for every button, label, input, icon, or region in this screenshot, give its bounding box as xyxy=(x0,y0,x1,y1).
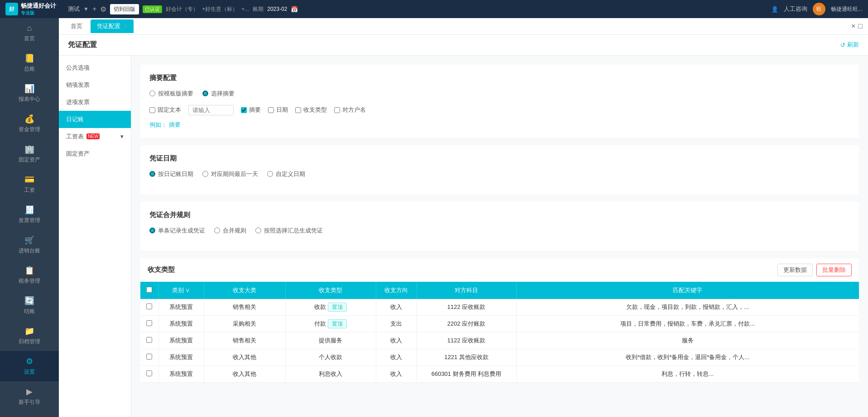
avatar[interactable]: 旺 xyxy=(813,3,825,15)
sidebar-item-member[interactable]: 👤 畅会员 xyxy=(0,412,59,417)
logo: 好 畅捷通好会计 专业版 xyxy=(5,2,64,16)
tab-home[interactable]: 首页 xyxy=(64,19,89,33)
tag2: +好生意（标） xyxy=(202,5,238,13)
row-keywords-1: 项目，日常费用，报销款，车费，承兑汇票，付款... xyxy=(516,315,859,332)
left-nav-salary-sheet[interactable]: 工资表 NEW ▾ xyxy=(59,128,131,145)
maximize-button[interactable]: □ xyxy=(858,22,863,30)
checkbox-counterpart[interactable]: 对方户名 xyxy=(334,106,366,114)
left-nav-public[interactable]: 公共选项 xyxy=(59,59,131,76)
row-keywords-3: 收到*借款，收到*备用金，退回*备用金，个人... xyxy=(516,349,859,365)
calendar-icon[interactable]: 📅 xyxy=(291,6,298,13)
row-check-0 xyxy=(140,299,158,316)
tag3: +... xyxy=(241,6,249,12)
main-layout: ⌂ 首页 📒 总账 📊 报表中心 💰 资金管理 🏢 固定资产 💳 工资 🧾 发票… xyxy=(0,18,868,417)
row-category-3: 系统预置 xyxy=(158,349,204,365)
switch-version-button[interactable]: 切到旧版 xyxy=(110,4,139,14)
radio-select-summary[interactable]: 选择摘要 xyxy=(202,90,235,98)
content-area: 首页 凭证配置 × × □ 凭证配置 ↺ 刷新 公共选项 xyxy=(59,18,868,417)
sidebar-item-asset[interactable]: 🏢 固定资产 xyxy=(0,139,59,169)
sidebar-item-ledger[interactable]: 📒 总账 xyxy=(0,48,59,78)
row-check-1 xyxy=(140,315,158,332)
summary-checkbox-group: 固定文本 摘要 日期 收支类型 xyxy=(149,105,850,115)
row-type-1: 付款 置顶 xyxy=(285,315,376,332)
main-panel: 摘要配置 按模板版摘要 选择摘要 xyxy=(131,56,868,417)
sidebar-item-label: 进销台账 xyxy=(19,247,40,255)
sidebar-item-tax[interactable]: 📋 税务管理 xyxy=(0,260,59,290)
left-nav-fixed-asset[interactable]: 固定资产 xyxy=(59,145,131,162)
th-keyword: 匹配关键字 xyxy=(516,282,859,299)
row-type-2: 提供服务 xyxy=(285,332,376,349)
consult-label[interactable]: 人工咨询 xyxy=(784,5,807,13)
th-direction: 收支方向 xyxy=(376,282,417,299)
tag-top-1[interactable]: 置顶 xyxy=(328,319,347,328)
row-subject-2: 1122 应收账款 xyxy=(417,332,516,349)
sidebar-item-settings[interactable]: ⚙ 设置 xyxy=(0,351,59,381)
update-data-button[interactable]: 更新数据 xyxy=(777,264,813,276)
radio-custom-date[interactable]: 自定义日期 xyxy=(267,170,305,178)
sidebar-item-home[interactable]: ⌂ 首页 xyxy=(0,18,59,48)
checkbox-date[interactable]: 日期 xyxy=(268,106,288,114)
left-nav-purchase-inv[interactable]: 进项发票 xyxy=(59,94,131,111)
fixed-text-input[interactable] xyxy=(188,105,234,115)
checkbox-fixed-text[interactable]: 固定文本 xyxy=(149,106,181,114)
user-name: 畅捷通旺旺... xyxy=(831,5,863,13)
th-bigtype: 收支大类 xyxy=(204,282,285,299)
radio-period-last[interactable]: 对应期间最后一天 xyxy=(202,170,258,178)
sidebar-item-archive[interactable]: 📁 归档管理 xyxy=(0,321,59,351)
sidebar-item-guide[interactable]: ▶ 新手引导 xyxy=(0,381,59,412)
radio-journal-date[interactable]: 按日记账日期 xyxy=(149,170,193,178)
tag-top-0[interactable]: 置顶 xyxy=(328,303,347,312)
left-nav-journal[interactable]: 日记账 xyxy=(59,111,131,128)
th-category: 类别 ∨ xyxy=(158,282,204,299)
table-actions: 更新数据 批量删除 xyxy=(777,264,852,276)
sidebar: ⌂ 首页 📒 总账 📊 报表中心 💰 资金管理 🏢 固定资产 💳 工资 🧾 发票… xyxy=(0,18,59,417)
row-keywords-2: 服务 xyxy=(516,332,859,349)
checkbox-summary[interactable]: 摘要 xyxy=(241,106,261,114)
radio-summary-voucher[interactable]: 按照选择汇总生成凭证 xyxy=(255,227,323,235)
radio-merge-rules[interactable]: 合并规则 xyxy=(214,227,246,235)
income-table-section: 收支类型 更新数据 批量删除 类别 ∨ 收支大类 收支类型 xyxy=(140,258,859,383)
sidebar-item-label: 首页 xyxy=(24,35,35,43)
radio-single-voucher[interactable]: 单条记录生成凭证 xyxy=(149,227,205,235)
ledger-icon: 📒 xyxy=(24,53,34,63)
minimize-button[interactable]: × xyxy=(851,22,855,30)
row-category-4: 系统预置 xyxy=(158,365,204,382)
sidebar-item-report[interactable]: 📊 报表中心 xyxy=(0,78,59,109)
settings-icon[interactable]: ⚙ xyxy=(100,5,106,14)
add-icon[interactable]: + xyxy=(92,5,96,13)
sidebar-item-label: 新手引导 xyxy=(19,398,40,406)
tab-close-icon[interactable]: × xyxy=(124,23,128,29)
top-bar-right: 👤 人工咨询 旺 畅捷通旺旺... xyxy=(771,3,863,15)
guide-icon: ▶ xyxy=(26,387,33,397)
archive-icon: 📁 xyxy=(24,326,34,336)
sidebar-item-fund[interactable]: 💰 资金管理 xyxy=(0,109,59,139)
table-header-row: 收支类型 更新数据 批量删除 xyxy=(140,258,859,282)
row-direction-1: 支出 xyxy=(376,315,417,332)
row-bigtype-2: 销售相关 xyxy=(204,332,285,349)
report-icon: 📊 xyxy=(24,84,34,94)
row-bigtype-4: 收入其他 xyxy=(204,365,285,382)
tab-voucher-config[interactable]: 凭证配置 × xyxy=(91,19,134,33)
row-subject-0: 1122 应收账款 xyxy=(417,299,516,316)
radio-template-summary[interactable]: 按模板版摘要 xyxy=(149,90,193,98)
sidebar-item-purchase[interactable]: 🛒 进销台账 xyxy=(0,230,59,260)
table-row: 系统预置 收入其他 个人收款 收入 1221 其他应收款 收到*借款，收到*备用… xyxy=(140,349,859,365)
checkbox-pay-type[interactable]: 收支类型 xyxy=(295,106,327,114)
row-check-2 xyxy=(140,332,158,349)
app-name: 畅捷通好会计 xyxy=(21,2,56,10)
sidebar-item-salary[interactable]: 💳 工资 xyxy=(0,169,59,199)
refresh-icon: ↺ xyxy=(840,42,845,48)
tab-actions: × □ xyxy=(851,22,863,30)
dropdown-arrow-icon[interactable]: ▼ xyxy=(83,6,89,12)
fund-icon: 💰 xyxy=(24,114,34,124)
check-all[interactable] xyxy=(146,287,152,293)
row-direction-2: 收入 xyxy=(376,332,417,349)
sidebar-item-invoice[interactable]: 🧾 发票管理 xyxy=(0,199,59,230)
sidebar-item-settle[interactable]: 🔄 结账 xyxy=(0,290,59,321)
row-category-2: 系统预置 xyxy=(158,332,204,349)
inner-layout: 公共选项 销项发票 进项发票 日记账 工资表 NEW ▾ xyxy=(59,56,868,417)
batch-delete-button[interactable]: 批量删除 xyxy=(816,264,852,276)
left-nav-sales[interactable]: 销项发票 xyxy=(59,76,131,94)
row-type-4: 利息收入 xyxy=(285,365,376,382)
refresh-button[interactable]: ↺ 刷新 xyxy=(840,41,859,49)
